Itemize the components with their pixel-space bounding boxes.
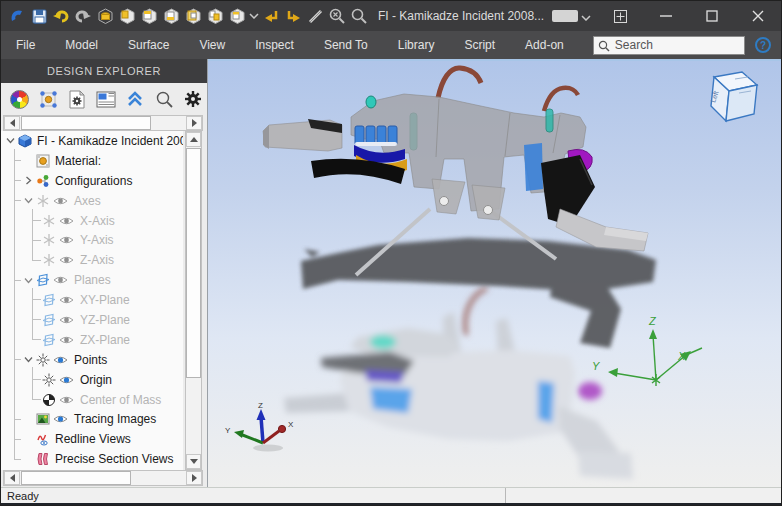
save-icon[interactable] <box>28 5 50 27</box>
menu-send-to[interactable]: Send To <box>309 31 383 59</box>
expander-open-icon[interactable] <box>21 353 35 367</box>
scroll-down-button[interactable] <box>186 454 201 469</box>
expander-open-icon[interactable] <box>21 273 35 287</box>
tree-row-redline-views[interactable]: Redline Views <box>1 429 183 449</box>
scroll-thumb[interactable] <box>21 116 151 130</box>
visibility-eye-icon[interactable] <box>52 274 69 286</box>
doc-cube-icon-5[interactable] <box>204 5 226 27</box>
visibility-eye-icon[interactable] <box>58 215 75 227</box>
help-icon[interactable]: ? <box>755 37 771 53</box>
measure-stick-icon[interactable] <box>304 5 326 27</box>
window-controls <box>597 1 781 31</box>
scroll-track[interactable] <box>20 116 186 130</box>
view-cube[interactable]: Left <box>709 72 757 121</box>
visibility-eye-icon[interactable] <box>52 354 69 366</box>
close-button[interactable] <box>735 1 781 31</box>
app-logo-icon[interactable] <box>6 5 28 27</box>
menu-model[interactable]: Model <box>50 31 113 59</box>
doc-cube-dropdown-icon[interactable] <box>226 5 248 27</box>
tree-row-planes[interactable]: Planes <box>1 270 183 290</box>
tree-row-z-axis[interactable]: Z-Axis <box>1 250 183 270</box>
tree-row-material[interactable]: Material: <box>1 151 183 171</box>
doc-cube-icon-3[interactable] <box>160 5 182 27</box>
tree-row-tracing-images[interactable]: Tracing Images <box>1 409 183 429</box>
search-input[interactable] <box>593 36 745 55</box>
viewport-3d[interactable]: Z X Y Z X Y Left <box>208 59 782 487</box>
visibility-eye-icon[interactable] <box>58 394 75 406</box>
jog-arrow-left-icon[interactable] <box>260 5 282 27</box>
expander-open-icon[interactable] <box>21 194 35 208</box>
titlebar-dropdown-pill[interactable] <box>552 10 578 22</box>
tree-row-precise-section-views[interactable]: Precise Section Views <box>1 449 183 469</box>
undo-icon[interactable] <box>50 5 72 27</box>
explorer-hscrollbar-top[interactable] <box>3 115 203 131</box>
status-message: Ready <box>1 488 506 503</box>
scroll-right-button[interactable] <box>186 471 202 485</box>
configurations-icon[interactable] <box>38 89 58 109</box>
tree-row-x-axis[interactable]: X-Axis <box>1 211 183 231</box>
expander-closed-icon[interactable] <box>21 174 35 188</box>
visibility-eye-icon[interactable] <box>52 413 69 425</box>
visibility-eye-icon[interactable] <box>58 334 75 346</box>
document-settings-icon[interactable] <box>67 89 87 109</box>
redo-icon[interactable] <box>72 5 94 27</box>
color-wheel-icon[interactable] <box>9 89 29 109</box>
collapse-all-icon[interactable] <box>125 89 145 109</box>
zoom-window-icon[interactable] <box>326 5 348 27</box>
triad-z-label: Z <box>258 401 263 410</box>
maximize-button[interactable] <box>689 1 735 31</box>
menu-surface[interactable]: Surface <box>113 31 184 59</box>
doc-cube-icon-2[interactable] <box>138 5 160 27</box>
tree-row-zx-plane[interactable]: ZX-Plane <box>1 330 183 350</box>
origin-axis-y-label: Y <box>592 360 600 372</box>
menu-file[interactable]: File <box>1 31 50 59</box>
tree-label: Tracing Images <box>71 412 156 426</box>
tree-row-points[interactable]: Points <box>1 350 183 370</box>
tree-row-xy-plane[interactable]: XY-Plane <box>1 290 183 310</box>
visibility-eye-icon[interactable] <box>58 234 75 246</box>
scroll-track[interactable] <box>186 147 201 454</box>
scroll-thumb[interactable] <box>186 148 201 378</box>
tree-label: Axes <box>71 194 101 208</box>
tree-row-root[interactable]: FI - Kamikadze Incident 2008 <box>1 131 183 151</box>
doc-cube-icon-4[interactable] <box>182 5 204 27</box>
window-title: FI - Kamikadze Incident 2008... <box>378 9 544 23</box>
jog-arrow-right-icon[interactable] <box>282 5 304 27</box>
doc-cube-icon-1[interactable] <box>116 5 138 27</box>
explorer-vscrollbar[interactable] <box>185 131 202 470</box>
scroll-track[interactable] <box>20 471 186 485</box>
visibility-eye-icon[interactable] <box>52 195 69 207</box>
menu-view[interactable]: View <box>184 31 240 59</box>
tree-row-center-of-mass[interactable]: Center of Mass <box>1 390 183 410</box>
chevron-down-icon[interactable] <box>248 5 260 27</box>
expander-open-icon[interactable] <box>3 134 17 148</box>
scroll-thumb[interactable] <box>21 471 131 485</box>
explorer-hscrollbar-bottom[interactable] <box>3 470 203 486</box>
scroll-left-button[interactable] <box>4 471 20 485</box>
tree-row-origin[interactable]: Origin <box>1 370 183 390</box>
tree-row-configurations[interactable]: Configurations <box>1 171 183 191</box>
find-icon[interactable] <box>154 89 174 109</box>
design-explorer-header: DESIGN EXPLORER <box>1 59 207 83</box>
settings-gear-icon[interactable] <box>183 89 203 109</box>
tree-row-y-axis[interactable]: Y-Axis <box>1 230 183 250</box>
visibility-eye-icon[interactable] <box>58 374 75 386</box>
scroll-left-button[interactable] <box>4 116 20 130</box>
scroll-up-button[interactable] <box>186 132 201 147</box>
layout-window-icon[interactable] <box>96 89 116 109</box>
tree-row-axes[interactable]: Axes <box>1 191 183 211</box>
tree-row-yz-plane[interactable]: YZ-Plane <box>1 310 183 330</box>
minimize-button[interactable] <box>643 1 689 31</box>
zoom-tool-icon[interactable] <box>348 5 370 27</box>
scroll-right-button[interactable] <box>186 116 202 130</box>
menu-add-on[interactable]: Add-on <box>510 31 579 59</box>
new-window-button[interactable] <box>597 1 643 31</box>
menu-library[interactable]: Library <box>383 31 450 59</box>
new-part-icon[interactable] <box>94 5 116 27</box>
menu-inspect[interactable]: Inspect <box>240 31 309 59</box>
visibility-eye-icon[interactable] <box>58 254 75 266</box>
visibility-eye-icon[interactable] <box>58 314 75 326</box>
titlebar-chevron-down-icon[interactable] <box>581 7 591 25</box>
menu-script[interactable]: Script <box>449 31 510 59</box>
visibility-eye-icon[interactable] <box>58 294 75 306</box>
